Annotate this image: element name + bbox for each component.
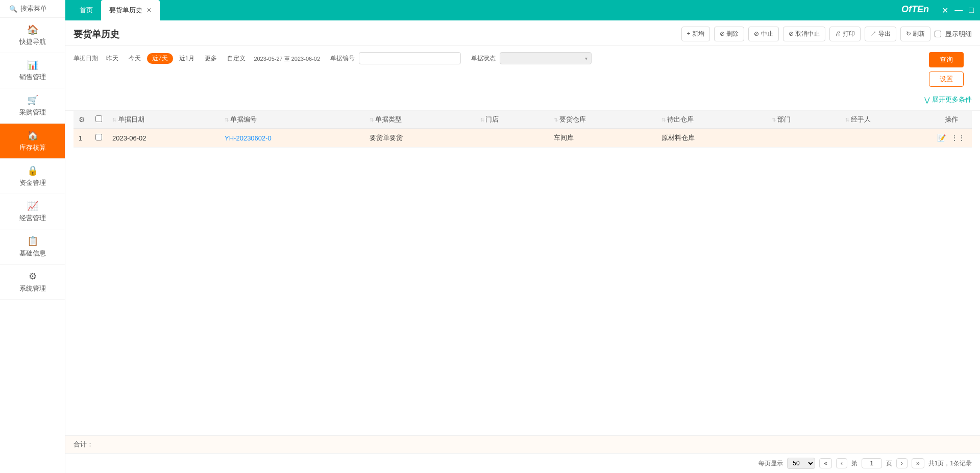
sidebar-item-quick-nav[interactable]: 🏠 快捷导航 [0, 18, 65, 53]
show-detail-checkbox[interactable]: 显示明细 [935, 30, 972, 39]
pagination-total-info: 共1页，1条记录 [928, 459, 972, 468]
sidebar-item-purchase[interactable]: 🛒 采购管理 [0, 88, 65, 124]
date-option-today[interactable]: 今天 [125, 53, 145, 64]
tab-close-icon[interactable]: ✕ [146, 7, 152, 14]
sidebar-item-label: 销售管理 [19, 73, 46, 82]
sidebar-item-sales[interactable]: 📊 销售管理 [0, 53, 65, 88]
filter-group-status: 单据状态 [471, 52, 592, 64]
sidebar-item-label: 库存核算 [19, 143, 46, 152]
row-req-warehouse: 车间库 [549, 129, 656, 148]
col-date[interactable]: 单据日期 [107, 111, 219, 129]
doc-number-input[interactable] [359, 52, 461, 64]
date-option-yesterday[interactable]: 昨天 [102, 53, 122, 64]
topbar-right: ✕ — □ [942, 6, 974, 15]
expand-more-label: 展开更多条件 [932, 95, 972, 104]
expand-more-btn[interactable]: ⋁ 展开更多条件 [924, 95, 972, 104]
filter-row-1: 单据日期 昨天 今天 近7天 近1月 更多 自定义 2023-05-27 至 2… [74, 52, 921, 64]
pagination-first-btn[interactable]: « [819, 458, 832, 468]
pagination-page-prefix: 第 [851, 459, 857, 468]
settings-button[interactable]: 设置 [929, 72, 964, 87]
sidebar-search[interactable]: 🔍 搜索菜单 [0, 0, 65, 18]
row-select-checkbox[interactable] [95, 134, 102, 140]
data-table: ⚙ 单据日期 单据编号 单据类型 [74, 111, 972, 148]
filter-second-row: ⋁ 展开更多条件 [74, 91, 972, 104]
delete-button[interactable]: ⊘ 删除 [714, 27, 744, 41]
pagination-next-btn[interactable]: › [896, 458, 908, 468]
col-checkbox [90, 111, 107, 129]
table-container: ⚙ 单据日期 单据编号 单据类型 [65, 111, 980, 435]
cart-icon: 🛒 [27, 94, 38, 106]
sidebar: 🔍 搜索菜单 🏠 快捷导航 📊 销售管理 🛒 采购管理 🏠 库存核算 🔒 资金管… [0, 0, 65, 473]
status-select[interactable] [500, 52, 592, 64]
window-maximize-icon[interactable]: □ [969, 6, 974, 15]
export-button[interactable]: ↗ 导出 [865, 27, 896, 41]
sidebar-item-inventory[interactable]: 🏠 库存核算 [0, 124, 65, 159]
more-icon[interactable]: ⋮⋮ [950, 133, 966, 143]
date-range-display: 2023-05-27 至 2023-06-02 [254, 55, 320, 63]
col-action: 操作 [931, 111, 972, 129]
pagination-page-suffix: 页 [886, 459, 892, 468]
filter-main: 单据日期 昨天 今天 近7天 近1月 更多 自定义 2023-05-27 至 2… [74, 52, 972, 87]
window-minimize-icon[interactable]: — [954, 6, 963, 15]
sidebar-item-operation[interactable]: 📈 经营管理 [0, 194, 65, 229]
table-row[interactable]: 1 2023-06-02 YH-20230602-0 要货单要货 车间库 原材料… [74, 129, 972, 148]
per-page-select[interactable]: 50 100 [787, 458, 815, 469]
edit-icon[interactable]: 📝 [936, 133, 947, 143]
row-actions: 📝 ⋮⋮ [931, 129, 972, 148]
col-handler[interactable]: 经手人 [840, 111, 931, 129]
pagination-prev-btn[interactable]: ‹ [836, 458, 847, 468]
col-number[interactable]: 单据编号 [219, 111, 364, 129]
row-number: YH-20230602-0 [219, 129, 364, 148]
sidebar-item-base[interactable]: 📋 基础信息 [0, 229, 65, 265]
date-option-more[interactable]: 更多 [201, 53, 221, 64]
sidebar-item-finance[interactable]: 🔒 资金管理 [0, 159, 65, 194]
query-button[interactable]: 查询 [929, 52, 964, 67]
row-number-link[interactable]: YH-20230602-0 [225, 134, 272, 142]
pagination-last-btn[interactable]: » [912, 458, 924, 468]
date-option-1month[interactable]: 近1月 [175, 53, 199, 64]
table-footer: 合计： [65, 435, 980, 453]
topbar: 首页 要货单历史 ✕ ✕ — □ OfTEn [65, 0, 980, 20]
operation-icon: 📈 [27, 200, 38, 211]
pagination-page-input[interactable] [862, 458, 882, 468]
sidebar-item-label: 资金管理 [19, 178, 46, 187]
main-content: 首页 要货单历史 ✕ ✕ — □ OfTEn 要货单历史 + 新增 ⊘ 删除 ⊘… [65, 0, 980, 473]
new-button[interactable]: + 新增 [681, 27, 710, 41]
home-icon: 🏠 [27, 24, 38, 35]
show-detail-label: 显示明细 [945, 30, 972, 39]
window-close-icon[interactable]: ✕ [942, 6, 948, 15]
col-store[interactable]: 门店 [475, 111, 549, 129]
refresh-button[interactable]: ↻ 刷新 [900, 27, 930, 41]
row-type: 要货单要货 [364, 129, 475, 148]
row-pending-warehouse: 原材料仓库 [656, 129, 767, 148]
row-checkbox [90, 129, 107, 148]
show-detail-check[interactable] [935, 31, 941, 37]
col-number-label: 单据编号 [230, 115, 257, 123]
sidebar-item-system[interactable]: ⚙ 系统管理 [0, 265, 65, 300]
suspend-button[interactable]: ⊘ 中止 [748, 27, 778, 41]
date-filter-label: 单据日期 [74, 54, 98, 63]
row-index: 1 [74, 129, 90, 148]
date-option-custom[interactable]: 自定义 [223, 53, 250, 64]
settings-gear-icon[interactable]: ⚙ [79, 115, 85, 124]
col-req-warehouse[interactable]: 要货仓库 [549, 111, 656, 129]
col-date-label: 单据日期 [118, 115, 144, 123]
col-department[interactable]: 部门 [767, 111, 840, 129]
tab-requisition-history[interactable]: 要货单历史 ✕ [101, 0, 160, 20]
select-all-checkbox[interactable] [95, 115, 102, 122]
col-action-label: 操作 [945, 115, 958, 123]
page-header: 要货单历史 + 新增 ⊘ 删除 ⊘ 中止 ⊘ 取消中止 🖨 打印 ↗ 导出 ↻ … [65, 20, 980, 46]
toolbar: + 新增 ⊘ 删除 ⊘ 中止 ⊘ 取消中止 🖨 打印 ↗ 导出 ↻ 刷新 显示明… [681, 27, 972, 41]
col-settings: ⚙ [74, 111, 90, 129]
date-option-7days[interactable]: 近7天 [147, 53, 173, 64]
print-button[interactable]: 🖨 打印 [829, 27, 861, 41]
inventory-icon: 🏠 [27, 130, 38, 141]
tab-home[interactable]: 首页 [71, 0, 101, 20]
filter-area: 单据日期 昨天 今天 近7天 近1月 更多 自定义 2023-05-27 至 2… [65, 46, 980, 111]
col-pending-warehouse[interactable]: 待出仓库 [656, 111, 767, 129]
col-type[interactable]: 单据类型 [364, 111, 475, 129]
sidebar-item-label: 采购管理 [19, 108, 46, 117]
search-icon: 🔍 [9, 5, 17, 13]
cancel-suspend-button[interactable]: ⊘ 取消中止 [783, 27, 825, 41]
col-type-label: 单据类型 [375, 115, 402, 123]
